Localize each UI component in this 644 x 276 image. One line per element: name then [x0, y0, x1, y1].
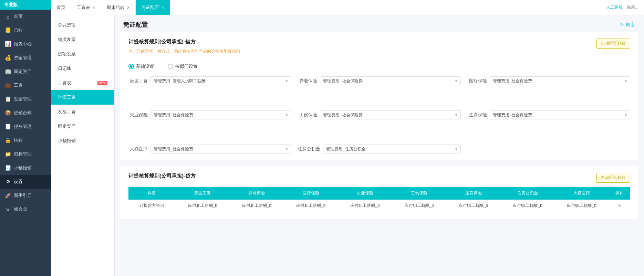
sub-nav: 公共选项销项发票进项发票日记账工资表NEW计提工资发放工资固定资产小畅报销: [51, 15, 115, 276]
guide-icon: 🚀: [5, 192, 11, 199]
debit-label-0-1: 养老保险: [298, 78, 317, 84]
debit-select-2-0[interactable]: 管理费用_社会保险费: [150, 145, 291, 153]
sub-nav-label-journal: 日记账: [58, 65, 71, 72]
sidebar-item-funds[interactable]: 💰资金管理: [0, 51, 51, 65]
sub-nav-item-sales_invoice[interactable]: 销项发票: [51, 32, 114, 47]
content-area: 凭证配置 ↻ 刷 新 计提核算规则(公司承担)-借方 注：只能选择一种方式，系统…: [115, 15, 644, 276]
tab-close-voucher[interactable]: ✕: [161, 6, 164, 10]
sidebar-label-ledger: 总账: [14, 27, 23, 33]
sidebar-label-reports: 报表中心: [14, 41, 32, 47]
sidebar-item-home[interactable]: ⌂首页: [0, 10, 51, 23]
debit-select-1-1[interactable]: 管理费用_社会保险费: [320, 110, 460, 119]
refresh-button[interactable]: ↻ 刷 新: [620, 22, 636, 28]
sidebar-item-guide[interactable]: 🚀新手引导: [0, 189, 51, 202]
sidebar-item-ledger[interactable]: 📒总账: [0, 23, 51, 37]
tab-label-payroll: 工资表: [77, 4, 90, 11]
sub-nav-item-fixed_assets[interactable]: 固定资产: [51, 119, 114, 134]
sidebar-label-salary: 工资: [14, 82, 23, 88]
debit-select-0-2[interactable]: 管理费用_社会保险费: [490, 76, 630, 85]
sidebar-label-home: 首页: [14, 13, 23, 20]
debit-section-note: 注：只能选择一种方式，系统将按照您当前的选择来配置规则: [128, 49, 240, 54]
credit-cell-0-2: 应付职工薪酬_b: [284, 200, 338, 212]
topbar: 首页工资表✕期末结转✕凭证配置✕ 人工客服 徐库...: [51, 0, 644, 15]
radio-basic[interactable]: 基础设置: [128, 63, 154, 70]
debit-field-1-1: 工伤保险管理费用_社会保险费▼: [298, 110, 460, 119]
sub-nav-item-pay_salary[interactable]: 发放工资: [51, 105, 114, 119]
sub-nav-item-accrual[interactable]: 计提工资: [51, 90, 114, 105]
sidebar-label-member: 畅会员: [14, 206, 27, 212]
home-icon: ⌂: [5, 14, 11, 20]
credit-col-应发工资: 应发工资: [176, 187, 230, 200]
debit-field-2-1: 住房公积金管理费用_住房公积金▼: [298, 145, 460, 153]
sidebar-item-member[interactable]: V畅会员: [0, 202, 51, 216]
debit-select-0-1[interactable]: 管理费用_社会保险费: [320, 76, 460, 85]
tab-period[interactable]: 期末结转✕: [101, 0, 136, 15]
radio-group: 基础设置 按部门设置: [128, 63, 630, 70]
debit-select-0-0[interactable]: 管理费用_管理人员职工薪酬: [150, 76, 291, 85]
page-title-bar: 凭证配置 ↻ 刷 新: [115, 15, 644, 32]
debit-field-0-0: 应发工资管理费用_管理人员职工薪酬▼: [128, 76, 291, 85]
tab-close-period[interactable]: ✕: [127, 6, 130, 10]
sidebar-item-salary[interactable]: 💼工资: [0, 78, 51, 92]
sidebar-label-guide: 新手引导: [14, 192, 32, 199]
sidebar-item-invoice[interactable]: 📋发票管理: [0, 92, 51, 106]
sidebar-item-trade[interactable]: 📦进销台账: [0, 106, 51, 120]
credit-col-失业保险: 失业保险: [338, 187, 392, 200]
sidebar-item-assets[interactable]: 🏢固定资产: [0, 65, 51, 78]
tab-home[interactable]: 首页: [51, 0, 71, 15]
credit-cell-0-1: 应付职工薪酬_b: [230, 200, 284, 212]
sidebar-item-reports[interactable]: 📊报表中心: [0, 37, 51, 51]
tab-label-home: 首页: [56, 4, 65, 11]
sidebar-item-tax[interactable]: 📑税务管理: [0, 120, 51, 134]
credit-section: 计提核算规则(公司承担)-贷方 自动匹配科目 科目应发工资养老保险医疗保险失业保…: [120, 166, 638, 219]
credit-col-工伤保险: 工伤保险: [392, 187, 446, 200]
debit-select-2-1[interactable]: 管理费用_住房公积金: [323, 145, 460, 153]
sidebar-label-settings: 设置: [14, 179, 23, 185]
sub-nav-label-payroll_table: 工资表: [58, 80, 71, 86]
debit-form-row-0: 应发工资管理费用_管理人员职工薪酬▼养老保险管理费用_社会保险费▼医疗保险管理费…: [128, 76, 630, 85]
user-text[interactable]: 徐库...: [627, 4, 638, 10]
help-text[interactable]: 人工客服: [606, 4, 623, 10]
sub-nav-item-purchase_invoice[interactable]: 进项发票: [51, 47, 114, 61]
credit-section-header: 计提核算规则(公司承担)-贷方 自动匹配科目: [128, 173, 630, 183]
sub-nav-label-sales_invoice: 销项发票: [58, 36, 76, 43]
debit-select-1-0[interactable]: 管理费用_社会保险费: [150, 110, 291, 119]
sub-nav-item-journal[interactable]: 日记账: [51, 61, 114, 76]
credit-auto-match-button[interactable]: 自动匹配科目: [596, 173, 630, 183]
debit-form-grid: 应发工资管理费用_管理人员职工薪酬▼养老保险管理费用_社会保险费▼医疗保险管理费…: [128, 76, 630, 153]
debit-select-1-2[interactable]: 管理费用_社会保险费: [490, 110, 630, 119]
credit-col-医疗保险: 医疗保险: [284, 187, 338, 200]
credit-col-操作: 操作: [609, 187, 630, 200]
debit-form-row-1: 失业保险管理费用_社会保险费▼工伤保险管理费用_社会保险费▼生育保险管理费用_社…: [128, 110, 630, 119]
sidebar-label-expense: 小畅报销: [14, 165, 32, 171]
credit-col-住房公积金: 住房公积金: [500, 187, 554, 200]
sidebar-item-archive[interactable]: 📁归档管理: [0, 147, 51, 161]
credit-action-0[interactable]: ✎: [609, 200, 630, 212]
credit-col-养老保险: 养老保险: [230, 187, 284, 200]
tab-close-payroll[interactable]: ✕: [92, 6, 95, 10]
sub-nav-item-payroll_table[interactable]: 工资表NEW: [51, 76, 114, 90]
page-content: 公共选项销项发票进项发票日记账工资表NEW计提工资发放工资固定资产小畅报销 凭证…: [51, 15, 644, 276]
debit-label-1-0: 失业保险: [128, 112, 148, 118]
sidebar-label-close: 结账: [14, 137, 23, 144]
credit-cell-0-6: 应付职工薪酬_b: [500, 200, 554, 212]
tab-label-voucher: 凭证配置: [141, 4, 159, 11]
sidebar-item-settings[interactable]: ⚙设置: [0, 175, 51, 189]
page-title: 凭证配置: [123, 21, 148, 29]
tab-voucher[interactable]: 凭证配置✕: [136, 0, 170, 15]
debit-section: 计提核算规则(公司承担)-借方 注：只能选择一种方式，系统将按照您当前的选择来配…: [120, 32, 638, 160]
close-icon: 🔒: [5, 137, 11, 144]
radio-dept[interactable]: 按部门设置: [168, 63, 198, 70]
new-badge-payroll_table: NEW: [97, 81, 107, 85]
credit-table: 科目应发工资养老保险医疗保险失业保险工伤保险生育保险住房公积金大额医疗操作 计提…: [128, 187, 630, 212]
sub-nav-item-petty[interactable]: 小畅报销: [51, 134, 114, 148]
sub-nav-item-public[interactable]: 公共选项: [51, 18, 114, 32]
debit-auto-match-button[interactable]: 自动匹配科目: [596, 39, 630, 49]
settings-icon: ⚙: [5, 179, 11, 185]
sidebar-item-expense[interactable]: 🧾小畅报销: [0, 161, 51, 175]
credit-cell-0-4: 应付职工薪酬_b: [392, 200, 446, 212]
credit-cell-0-0: 应付职工薪酬_b: [176, 200, 230, 212]
credit-cell-0-3: 应付职工薪酬_b: [338, 200, 392, 212]
sidebar-item-close[interactable]: 🔒结账: [0, 134, 51, 147]
tab-payroll[interactable]: 工资表✕: [71, 0, 101, 15]
